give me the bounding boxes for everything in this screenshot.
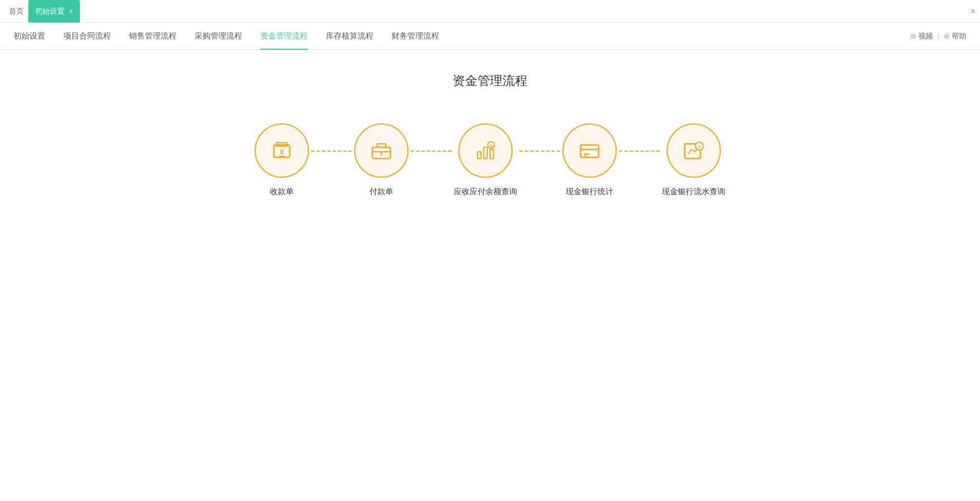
bank-stats-icon — [576, 137, 603, 164]
nav-item-sales-management[interactable]: 销售管理流程 — [129, 23, 177, 50]
payment-icon: ¥ — [368, 137, 395, 164]
svg-text:¥: ¥ — [490, 143, 493, 148]
connector-dots-3 — [519, 151, 560, 152]
help-link[interactable]: ⊙ 帮助 — [944, 31, 966, 41]
nav-item-initial-setup[interactable]: 初始设置 — [14, 23, 45, 50]
payment-circle[interactable]: ¥ — [354, 123, 409, 178]
svg-text:¥: ¥ — [698, 144, 701, 149]
nav-item-project-contract[interactable]: 项目合同流程 — [63, 23, 111, 50]
flow-connector-3 — [517, 151, 562, 152]
nav-item-financial-management[interactable]: 财务管理流程 — [392, 23, 439, 50]
active-tab-label: 初始设置 — [35, 6, 65, 16]
main-content: 资金管理流程 ¥ 收款单 — [0, 50, 980, 220]
cash-bank-flow-label: 现金银行流水查询 — [662, 187, 725, 197]
svg-rect-7 — [478, 152, 481, 159]
svg-rect-12 — [581, 145, 599, 157]
flow-item-receipt[interactable]: ¥ 收款单 — [255, 123, 309, 197]
flow-item-cash-bank-stats[interactable]: 现金银行统计 — [562, 123, 617, 197]
receipt-icon: ¥ — [268, 137, 295, 164]
flow-item-payment[interactable]: ¥ 付款单 — [354, 123, 409, 197]
page-title: 资金管理流程 — [453, 72, 527, 89]
ar-ap-balance-circle[interactable]: ¥ — [458, 123, 513, 178]
flow-connector-4 — [617, 151, 662, 152]
payment-label: 付款单 — [369, 187, 393, 197]
flow-connector-1 — [309, 151, 354, 152]
svg-text:¥: ¥ — [380, 151, 383, 157]
flow-item-cash-bank-flow[interactable]: ¥ 现金银行流水查询 — [662, 123, 725, 197]
nav-item-inventory-calculation[interactable]: 库存核算流程 — [326, 23, 373, 50]
active-tab[interactable]: 初始设置 × — [28, 0, 80, 23]
svg-rect-9 — [490, 149, 493, 159]
top-bar: 首页 初始设置 × × — [0, 0, 980, 23]
nav-right: ⊙ 视频 | ⊙ 帮助 — [910, 31, 966, 41]
balance-icon: ¥ — [472, 137, 499, 164]
cash-bank-stats-label: 现金银行统计 — [566, 187, 613, 197]
nav-divider: | — [938, 32, 939, 40]
receipt-label: 收款单 — [270, 187, 294, 197]
home-link[interactable]: 首页 — [9, 6, 24, 16]
receipt-circle[interactable]: ¥ — [255, 123, 309, 178]
nav-item-purchase-management[interactable]: 采购管理流程 — [195, 23, 242, 50]
nav-item-fund-management[interactable]: 资金管理流程 — [260, 23, 308, 50]
ar-ap-balance-label: 应收应付余额查询 — [454, 187, 517, 197]
cash-bank-stats-circle[interactable] — [562, 123, 617, 178]
window-close-button[interactable]: × — [970, 6, 975, 16]
flow-connector-2 — [409, 151, 454, 152]
connector-dots-4 — [619, 151, 660, 152]
connector-dots-2 — [411, 151, 452, 152]
cash-bank-flow-circle[interactable]: ¥ — [667, 123, 721, 178]
bank-flow-icon: ¥ — [680, 137, 707, 164]
svg-text:¥: ¥ — [280, 148, 284, 156]
video-link[interactable]: ⊙ 视频 — [910, 31, 933, 41]
svg-rect-8 — [484, 147, 487, 159]
flow-item-ar-ap-balance[interactable]: ¥ 应收应付余额查询 — [454, 123, 517, 197]
connector-dots-1 — [311, 151, 352, 152]
nav-bar: 初始设置 项目合同流程 销售管理流程 采购管理流程 资金管理流程 库存核算流程 … — [0, 23, 980, 50]
tab-close-icon[interactable]: × — [69, 7, 73, 15]
flow-row: ¥ 收款单 ¥ 付款单 — [255, 123, 725, 197]
